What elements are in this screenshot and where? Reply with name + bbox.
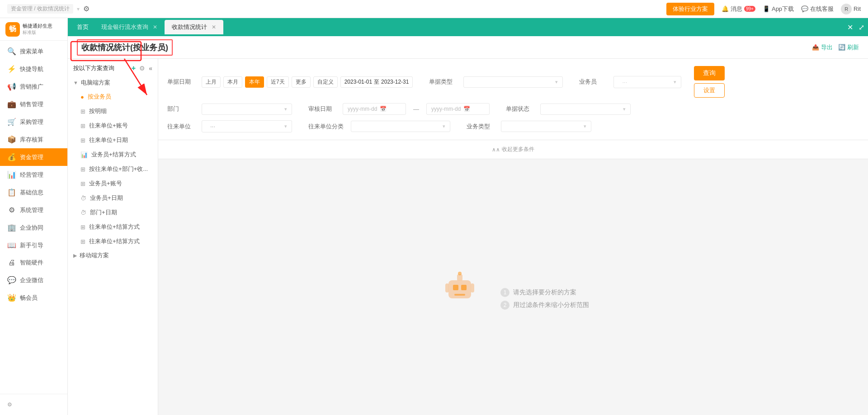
scheme-item-dept-date[interactable]: ⏱ 部门+日期 — [68, 205, 158, 220]
sidebar-item-purchase[interactable]: 🛒 采购管理 — [0, 113, 67, 131]
sidebar-item-inventory[interactable]: 📦 库存核算 — [0, 131, 67, 148]
partner-dots-icon[interactable]: ··· — [210, 123, 215, 130]
mobile-scheme-header[interactable]: ▶ 移动端方案 — [68, 249, 158, 262]
tab-close-bank-flow[interactable]: ✕ — [153, 24, 157, 30]
sidebar-label-smart-hw: 智能硬件 — [20, 259, 43, 267]
collapse-panel-icon[interactable]: « — [149, 65, 152, 72]
date-btn-this-year[interactable]: 本年 — [245, 76, 264, 88]
basic-info-icon: 📋 — [7, 188, 16, 197]
svg-rect-1 — [453, 285, 458, 290]
review-date-to[interactable]: yyyy-mm-dd 📅 — [426, 103, 490, 115]
sidebar-item-system[interactable]: ⚙ 系统管理 — [0, 201, 67, 219]
date-separator: — — [413, 106, 419, 113]
date-btn-this-month[interactable]: 本月 — [223, 76, 242, 88]
tab-close-collection-stats[interactable]: ✕ — [212, 24, 216, 30]
tab-bank-flow[interactable]: 现金银行流水查询 ✕ — [94, 20, 165, 34]
query-button[interactable]: 查询 — [694, 66, 725, 80]
scheme-settings-icon[interactable]: ⚙ — [139, 65, 145, 72]
left-panel-header-icons: + ⚙ « — [132, 64, 152, 72]
doc-status-select[interactable]: ▾ — [540, 104, 631, 115]
partner-settlement1-icon: ⊞ — [80, 224, 85, 231]
smart-hw-icon: 🖨 — [7, 259, 16, 267]
settings-button[interactable]: 设置 — [694, 83, 725, 98]
sidebar-item-enterprise[interactable]: 🏢 企业协同 — [0, 219, 67, 236]
partner-account-icon: ⊞ — [80, 123, 85, 129]
sidebar-item-sales[interactable]: 💼 销售管理 — [0, 95, 67, 113]
sidebar-item-operations[interactable]: 📊 经营管理 — [0, 166, 67, 184]
doc-type-select[interactable]: ▾ — [463, 76, 563, 88]
tab-home[interactable]: 首页 — [71, 20, 94, 34]
top-bar-left: 资金管理 / 收款情况统计 ▾ ⚙ — [7, 4, 90, 14]
sidebar-label-search-menu: 搜索菜单 — [20, 47, 43, 56]
top-bar-settings-icon[interactable]: ⚙ — [83, 5, 90, 13]
review-date-label: 审核日期 — [308, 105, 335, 113]
review-date-from[interactable]: yyyy-mm-dd 📅 — [343, 103, 406, 115]
export-button[interactable]: 📤 导出 — [812, 43, 833, 52]
staff-select[interactable]: ··· ▾ — [613, 76, 681, 88]
sidebar-item-capital[interactable]: 💰 资金管理 — [0, 148, 67, 166]
top-bar: 资金管理 / 收款情况统计 ▾ ⚙ 体验行业方案 🔔 消息 99+ 📱 App下… — [0, 0, 868, 18]
scheme-item-partner-settlement2[interactable]: ⊞ 往来单位+结算方式 — [68, 234, 158, 249]
sidebar-item-search-menu[interactable]: 🔍 搜索菜单 — [0, 42, 67, 60]
scheme-item-partner-dept[interactable]: ⊞ 按往来单位+部门+收... — [68, 162, 158, 176]
dept-select[interactable]: ▾ — [202, 104, 292, 115]
page-header: 收款情况统计(按业务员) 📤 导出 🔄 刷新 — [68, 36, 868, 59]
scheme-item-partner-settlement1[interactable]: ⊞ 往来单位+结算方式 — [68, 220, 158, 234]
main-content: 首页 现金银行流水查询 ✕ 收款情况统计 ✕ ✕ ⤢ 收款情况统计(按业务员) … — [68, 18, 868, 415]
refresh-button[interactable]: 🔄 刷新 — [838, 43, 859, 52]
user-avatar: R — [841, 4, 852, 14]
partner-select[interactable]: ··· ▾ — [202, 120, 292, 132]
capital-icon: 💰 — [7, 153, 16, 161]
pc-scheme-header[interactable]: ▼ 电脑端方案 — [68, 76, 158, 90]
tab-close-window-btn[interactable]: ✕ — [847, 23, 853, 32]
sidebar-item-guide[interactable]: 📖 新手引导 — [0, 236, 67, 254]
notification-badge: 99+ — [744, 6, 755, 12]
breadcrumb: 资金管理 / 收款情况统计 — [7, 4, 73, 14]
sidebar-bottom-settings[interactable]: ⚙ — [0, 398, 67, 411]
partner-settlement2-icon: ⊞ — [80, 238, 85, 245]
sidebar-bottom: ⚙ — [0, 394, 67, 415]
date-btn-7days[interactable]: 近7天 — [267, 76, 289, 88]
sidebar-item-basic-info[interactable]: 📋 基础信息 — [0, 184, 67, 201]
scheme-item-staff-date[interactable]: ⏱ 业务员+日期 — [68, 191, 158, 205]
sidebar-item-marketing[interactable]: 📢 营销推广 — [0, 78, 67, 95]
purchase-icon: 🛒 — [7, 118, 16, 126]
biz-type-select[interactable]: ▾ — [501, 121, 591, 132]
staff-date-icon: ⏱ — [80, 195, 86, 202]
scheme-item-partner-account[interactable]: ⊞ 往来单位+账号 — [68, 118, 158, 133]
sidebar-item-smart-hw[interactable]: 🖨 智能硬件 — [0, 254, 67, 271]
inventory-icon: 📦 — [7, 135, 16, 144]
tab-maximize-btn[interactable]: ⤢ — [859, 23, 864, 32]
online-service-button[interactable]: 💬 在线客服 — [801, 5, 834, 13]
trial-button[interactable]: 体验行业方案 — [666, 3, 714, 15]
date-btn-last-month[interactable]: 上月 — [202, 76, 221, 88]
scheme-item-detail[interactable]: ⊞ 按明细 — [68, 104, 158, 118]
sidebar-item-quick-nav[interactable]: ⚡ 快捷导航 — [0, 60, 67, 78]
partner-cat-select[interactable]: ▾ — [351, 121, 450, 132]
notifications-button[interactable]: 🔔 消息 99+ — [722, 5, 755, 13]
user-area[interactable]: R Rit — [841, 4, 861, 14]
sidebar: 畅 畅捷通好生意 标准版 🔍 搜索菜单 ⚡ 快捷导航 📢 营销推广 💼 销 — [0, 18, 68, 415]
scheme-item-staff[interactable]: ● 按业务员 — [68, 90, 158, 104]
scheme-item-staff-settlement[interactable]: 📊 业务员+结算方式 — [68, 147, 158, 162]
sidebar-item-wechat[interactable]: 💬 企业微信 — [0, 271, 67, 289]
calendar-to-icon: 📅 — [463, 106, 470, 112]
dropdown-arrow-icon[interactable]: ▾ — [77, 6, 80, 12]
collapse-bar[interactable]: ∧∧ 收起更多条件 — [158, 140, 868, 159]
left-panel: 按以下方案查询 + ⚙ « ▼ 电脑端方案 ● 按业务员 — [68, 59, 158, 415]
scheme-item-partner-date[interactable]: ⊞ 往来单位+日期 — [68, 133, 158, 147]
tab-collection-stats[interactable]: 收款情况统计 ✕ — [165, 20, 223, 34]
svg-rect-4 — [457, 274, 462, 281]
add-scheme-icon[interactable]: + — [132, 64, 136, 72]
app-download-button[interactable]: 📱 App下载 — [763, 5, 794, 13]
svg-rect-3 — [454, 294, 465, 296]
sidebar-item-member[interactable]: 👑 畅会员 — [0, 289, 67, 307]
left-panel-header: 按以下方案查询 + ⚙ « — [68, 59, 158, 76]
partner-cat-label: 往来单位分类 — [308, 123, 344, 131]
date-btn-custom[interactable]: 自定义 — [313, 76, 338, 88]
service-icon: 💬 — [801, 5, 808, 12]
scheme-item-staff-account[interactable]: ⊞ 业务员+账号 — [68, 176, 158, 191]
sidebar-nav: 🔍 搜索菜单 ⚡ 快捷导航 📢 营销推广 💼 销售管理 🛒 采购管理 📦 — [0, 41, 67, 394]
date-btn-more[interactable]: 更多 — [292, 76, 311, 88]
empty-step-2: 2 用过滤条件来缩小分析范围 — [500, 301, 589, 310]
